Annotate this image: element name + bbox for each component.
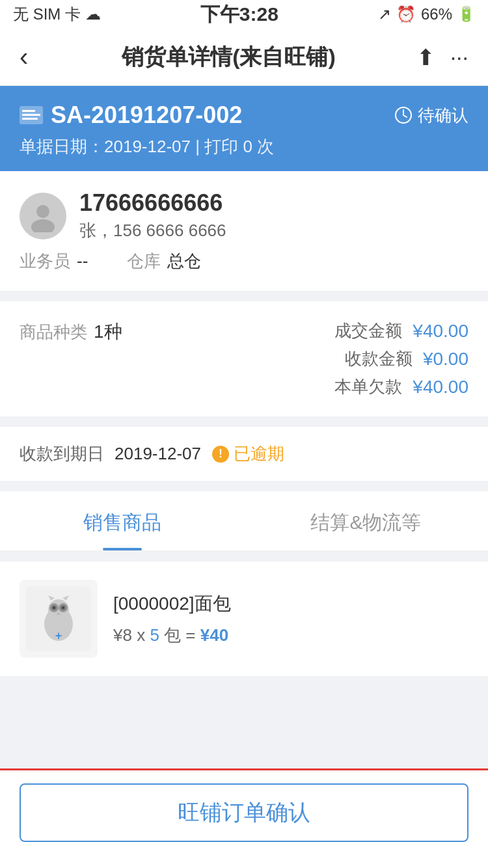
- product-price: ¥8 x 5 包 = ¥40: [113, 624, 468, 647]
- back-button[interactable]: ‹: [20, 42, 28, 72]
- tab-settlement[interactable]: 结算&物流等: [244, 491, 488, 550]
- due-date-value: 2019-12-07: [115, 444, 201, 464]
- amount-row: 成交金额 ¥40.00: [334, 319, 468, 342]
- order-icon: [20, 106, 43, 124]
- customer-card: 17666666666 张，156 6666 6666 业务员 -- 仓库 总仓: [0, 171, 488, 291]
- product-thumbnail: +: [20, 580, 98, 658]
- overdue-badge: ! 已逾期: [211, 442, 284, 465]
- alarm-icon: ⏰: [396, 5, 416, 23]
- clock-icon: [394, 106, 413, 124]
- order-header: SA-20191207-002 待确认 单据日期：2019-12-07 | 打印…: [0, 86, 488, 171]
- svg-rect-1: [22, 110, 35, 112]
- due-label: 收款到期日: [20, 442, 104, 465]
- sales-info: 业务员 --: [20, 250, 88, 273]
- product-details: [0000002]面包 ¥8 x 5 包 = ¥40: [113, 591, 468, 647]
- confirm-order-button[interactable]: 旺铺订单确认: [20, 783, 468, 842]
- battery-status: 66%: [421, 5, 452, 23]
- due-date-card: 收款到期日 2019-12-07 ! 已逾期: [0, 427, 488, 481]
- status-bar: 无 SIM 卡 ☁ 下午3:28 ↗ ⏰ 66% 🔋: [0, 0, 488, 29]
- battery-icon: 🔋: [457, 6, 475, 23]
- nav-actions: ⬆ ···: [416, 44, 468, 70]
- svg-text:!: !: [219, 447, 223, 460]
- location-icon: ↗: [378, 5, 391, 23]
- svg-line-6: [403, 115, 407, 117]
- financial-stats: 成交金额 ¥40.00 收款金额 ¥0.00 本单欠款 ¥40.00: [334, 319, 468, 398]
- product-qty: 5: [150, 625, 159, 645]
- svg-point-19: [62, 606, 64, 609]
- tab-bar: 销售商品 结算&物流等: [0, 491, 488, 551]
- svg-rect-2: [22, 114, 40, 116]
- stats-card: 商品种类 1种 成交金额 ¥40.00 收款金额 ¥0.00 本单欠款 ¥40.…: [0, 301, 488, 416]
- product-type-info: 商品种类 1种: [20, 319, 334, 344]
- owed-row: 本单欠款 ¥40.00: [334, 375, 468, 398]
- status-right: ↗ ⏰ 66% 🔋: [378, 5, 475, 23]
- svg-point-8: [31, 219, 55, 232]
- svg-point-18: [53, 606, 55, 609]
- product-item: + [0000002]面包 ¥8 x 5 包 = ¥40: [0, 562, 488, 677]
- warning-icon: !: [211, 445, 230, 463]
- customer-meta: 业务员 -- 仓库 总仓: [20, 250, 468, 273]
- share-button[interactable]: ⬆: [416, 44, 435, 70]
- svg-point-7: [36, 205, 49, 218]
- nav-bar: ‹ 销货单详情(来自旺铺) ⬆ ···: [0, 29, 488, 86]
- svg-rect-3: [22, 118, 38, 120]
- order-date: 单据日期：2019-12-07 | 打印 0 次: [20, 135, 468, 158]
- svg-text:+: +: [55, 629, 62, 642]
- page-title: 销货单详情(来自旺铺): [41, 42, 416, 72]
- customer-name: 张，156 6666 6666: [79, 219, 226, 242]
- bottom-action-area: 旺铺订单确认: [0, 768, 488, 868]
- more-button[interactable]: ···: [450, 44, 468, 70]
- sim-status: 无 SIM 卡 ☁: [13, 4, 101, 25]
- order-status: 待确认: [394, 104, 468, 127]
- product-section: + [0000002]面包 ¥8 x 5 包 = ¥40: [0, 562, 488, 677]
- customer-phone: 17666666666: [79, 189, 226, 217]
- tab-sales-products[interactable]: 销售商品: [0, 491, 244, 550]
- order-id: SA-20191207-002: [20, 102, 242, 129]
- status-left: 无 SIM 卡 ☁: [13, 4, 101, 25]
- warehouse-info: 仓库 总仓: [127, 250, 201, 273]
- product-total: ¥40: [200, 625, 228, 645]
- received-row: 收款金额 ¥0.00: [345, 347, 468, 370]
- customer-avatar: [20, 193, 66, 239]
- status-time: 下午3:28: [200, 1, 278, 28]
- product-name: [0000002]面包: [113, 591, 468, 616]
